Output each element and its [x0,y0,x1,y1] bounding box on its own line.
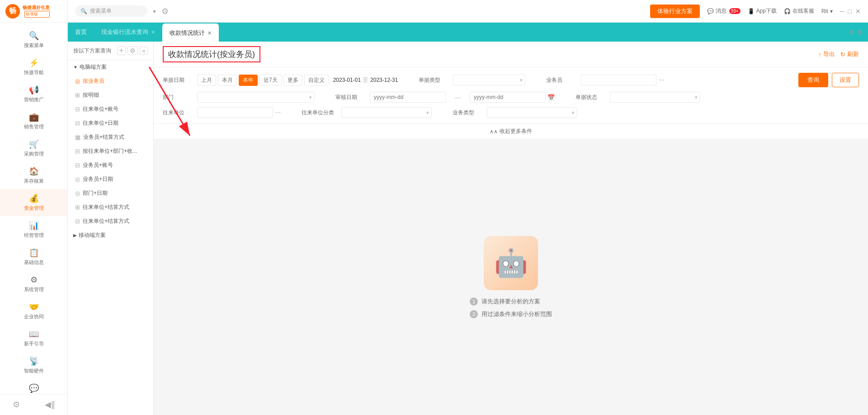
tree-group: ▼电脑端方案◎按业务员⊞按明细⊟往来单位+账号⊟往来单位+日期▦业务员+结算方式… [68,60,153,228]
messages-action[interactable]: 💬 消息 99+ [707,7,741,15]
dept-select-wrapper [197,92,315,103]
doc-status-select[interactable] [610,92,700,103]
trial-button[interactable]: 体验行业方案 [650,5,700,18]
main-area: 🔍 搜索菜单 ▾ ⚙ 体验行业方案 💬 消息 99+ 📱 App下载 [68,0,868,415]
user-avatar[interactable]: Rit ▾ [821,8,833,14]
date-tab-this-year[interactable]: 本年 [239,75,258,86]
tree-item[interactable]: ◎按业务员 [68,74,153,88]
sidebar-item-系统管理[interactable]: ⚙ 系统管理 [0,270,67,297]
maximize-button[interactable]: □ [848,8,852,15]
tree-item[interactable]: ⊞往来单位+结算方式 [68,200,153,214]
sidebar-icon: 💼 [29,112,39,122]
scheme-settings-button[interactable]: ⚙ [127,47,138,55]
business-type-select[interactable] [487,107,577,118]
top-bar-left: 🔍 搜索菜单 ▾ ⚙ [75,5,169,17]
tree-item-icon: ⊞ [75,92,80,99]
date-tab-this-month[interactable]: 本月 [218,75,237,86]
refresh-button[interactable]: ↻ 刷新 [840,50,859,58]
date-tab-custom[interactable]: 自定义 [304,75,329,86]
sidebar-item-库存核算[interactable]: 🏠 库存核算 [0,162,67,189]
tree-item-icon: ◎ [75,190,80,197]
tree-item[interactable]: ▦业务员+结算方式 [68,130,153,144]
add-scheme-button[interactable]: + [117,46,126,55]
counterpart-category-label: 往来单位分类 [302,109,334,117]
step-1-num: 1 [470,297,478,306]
sidebar-item-智能硬件[interactable]: 📡 智能硬件 [0,352,67,379]
tab-bank-flow-close[interactable]: ✕ [151,29,155,35]
tree-group: ▶移动端方案 [68,228,153,242]
review-date-to-calendar-icon[interactable]: 📅 [547,94,555,101]
search-dropdown-icon[interactable]: ▾ [153,8,156,15]
tree-item[interactable]: ⊟业务员+账号 [68,158,153,172]
minimize-button[interactable]: ─ [840,8,844,15]
empty-state: 🤖 1 请先选择要分析的方案 2 用过滤条件来缩小分析范围 [154,139,868,415]
counterpart-input[interactable] [197,107,273,118]
service-icon: 🎧 [784,8,791,14]
app-download-action[interactable]: 📱 App下载 [748,7,777,15]
date-tab-more[interactable]: 更多 [283,75,302,86]
tab-restore-button[interactable]: ⧉ [858,28,863,36]
date-tab-last-7[interactable]: 近7天 [259,75,282,86]
online-service-action[interactable]: 🎧 在线客服 [784,7,814,15]
counterpart-category-select[interactable] [341,107,432,118]
online-service-label: 在线客服 [793,7,814,15]
review-date-from[interactable] [370,92,446,103]
sidebar-label: 营销推广 [24,96,44,103]
filter-row-1: 单据日期 上月 本月 本年 近7天 更多 自定义 2023-01-01 至 20… [163,73,859,87]
tree-item[interactable]: ⊟往来单位+账号 [68,102,153,116]
settings-footer-icon[interactable]: ⚙ [13,400,20,410]
dept-select[interactable] [197,92,315,103]
tab-collection-stats[interactable]: 收款情况统计 ✕ [162,24,219,42]
export-button[interactable]: ↑ 导出 [819,50,835,58]
tree-item[interactable]: ◎部门+日期 [68,186,153,200]
collapse-bar[interactable]: ∧∧ 收起更多条件 [154,124,868,139]
settings-button[interactable]: 设置 [832,73,859,87]
sidebar-icon: 📊 [29,221,39,231]
tree-item[interactable]: ⊞按明细 [68,88,153,102]
collapse-sidebar-icon[interactable]: ◀‖ [45,400,55,410]
close-button[interactable]: ✕ [855,8,861,15]
sidebar-item-企业协同[interactable]: 🤝 企业协同 [0,297,67,325]
page-header: 收款情况统计(按业务员) ↑ 导出 ↻ 刷新 [154,42,868,67]
sidebar-item-采购管理[interactable]: 🛒 采购管理 [0,135,67,162]
category-select[interactable] [453,75,525,85]
app-download-label: App下载 [756,7,777,15]
tab-bar: 首页 现金银行流水查询 ✕ 收款情况统计 ✕ ✕ ⧉ [68,23,868,42]
tree-group-header[interactable]: ▼电脑端方案 [68,60,153,74]
tab-bank-flow[interactable]: 现金银行流水查询 ✕ [94,23,162,42]
sidebar-item-搜索菜单[interactable]: 🔍 搜索菜单 [0,26,67,53]
review-date-to[interactable] [470,92,546,103]
sidebar: 畅 畅捷通好生意 标准版 🔍 搜索菜单 ⚡ 快捷导航 📢 营销推广 💼 销售管理… [0,0,68,415]
salesperson-more-icon[interactable]: ··· [658,76,664,84]
counterpart-more-icon[interactable]: ··· [275,108,281,117]
sidebar-item-资金管理[interactable]: 💰 资金管理 [0,189,67,216]
sidebar-item-企业微信[interactable]: 💬 企业微信 [0,379,67,394]
tree-item-icon: ⊟ [75,162,80,169]
sidebar-item-销售管理[interactable]: 💼 销售管理 [0,108,67,135]
tab-home[interactable]: 首页 [68,23,94,42]
salesperson-input[interactable] [580,75,656,85]
tree-item[interactable]: ⊟按往来单位+部门+收... [68,144,153,158]
sidebar-item-营销推广[interactable]: 📢 营销推广 [0,80,67,108]
tree-item-label: 按业务员 [83,77,104,85]
date-tab-last-month[interactable]: 上月 [197,75,216,86]
sidebar-item-基础信息[interactable]: 📋 基础信息 [0,243,67,270]
business-type-label: 业务类型 [453,109,480,117]
tree-group-header[interactable]: ▶移动端方案 [68,228,153,242]
sidebar-item-快捷导航[interactable]: ⚡ 快捷导航 [0,53,67,80]
sidebar-item-经营管理[interactable]: 📊 经营管理 [0,216,67,243]
tree-item[interactable]: ⊟往来单位+日期 [68,116,153,130]
logo-icon: 畅 [5,4,20,19]
tree-item[interactable]: ⊟往来单位+结算方式 [68,214,153,228]
query-button[interactable]: 查询 [798,73,828,87]
topbar-gear-icon[interactable]: ⚙ [161,6,169,16]
search-bar[interactable]: 🔍 搜索菜单 [75,5,147,17]
tree-item[interactable]: ◎业务员+日期 [68,172,153,186]
tab-collection-stats-close[interactable]: ✕ [208,30,212,36]
collapse-panel-button[interactable]: « [140,47,148,55]
sidebar-icon: 🏠 [29,166,39,176]
tab-close-button[interactable]: ✕ [849,28,854,36]
tab-bank-flow-label: 现金银行流水查询 [101,28,148,36]
counterpart-label: 往来单位 [163,109,190,117]
sidebar-item-新手引导[interactable]: 📖 新手引导 [0,325,67,352]
